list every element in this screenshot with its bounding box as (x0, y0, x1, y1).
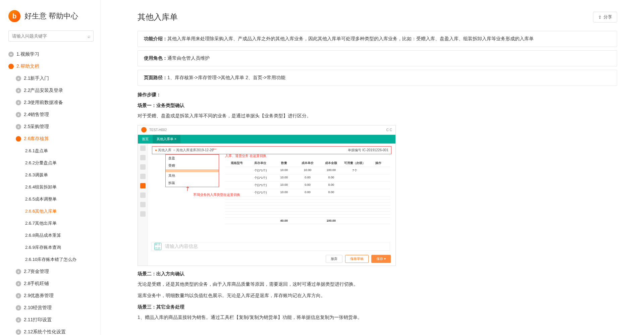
nav-label: 2.7资金管理 (24, 269, 49, 275)
nav-label: 2.8手机旺铺 (24, 281, 49, 287)
rail-icon (140, 174, 146, 179)
nav-2-6-7[interactable]: 2.6.7其他出库单 (8, 217, 94, 229)
search-box: ⌕ (8, 31, 94, 42)
logo: b 好生意 帮助中心 (8, 10, 94, 22)
grid-row (225, 197, 390, 200)
nav-video[interactable]: +1.视频学习 (8, 48, 94, 60)
dd-opt: 盘盈 (166, 155, 219, 162)
ss-docno-label: 单据编号 (348, 148, 361, 152)
nav-tree: +1.视频学习 –2.帮助文档 +2.1新手入门 +2.2产品安装及登录 +2.… (8, 48, 94, 335)
grid-row (225, 215, 390, 218)
share-label: 分享 (603, 14, 612, 20)
col: 规格型号 (225, 160, 249, 167)
nav-2-6-1[interactable]: 2.6.1盘点单 (8, 145, 94, 157)
nav-2-6-6[interactable]: 2.6.6其他入库单 (8, 205, 94, 217)
grid-header: 规格型号 库存单位 数量 成本单价 成本金额 可用量（勿填） 操作 (225, 160, 390, 167)
ss-annotation-1: 入库、退货业务 在这里切换 (225, 154, 266, 158)
ss-tab-home: 首页 (138, 135, 153, 144)
nav-2-5[interactable]: +2.5采购管理 (8, 121, 94, 133)
plus-icon: + (8, 52, 14, 57)
nav-label: 2.6.1盘点单 (25, 148, 48, 154)
nav-2-6-9[interactable]: 2.6.9库存账本查询 (8, 241, 94, 254)
ss-docno: IC-20191226-001 (362, 148, 388, 152)
nav-2-12[interactable]: +2.12系统个性化设置 (8, 326, 94, 335)
ss-biztype-dropdown: 盘盈 受赠 其他 拆装 (165, 154, 219, 187)
ss-radio-return: 其他入库退库 (176, 148, 196, 152)
nav-label: 2.6.4组装拆卸单 (25, 184, 57, 190)
ss-appbar: TEST-H002 C C (138, 125, 395, 135)
main-content: 其他入库单 ⇪ 分享 功能介绍：其他入库单用来处理除采购入库、产成品入库之外的其… (101, 0, 637, 335)
plus-icon: + (16, 88, 21, 93)
plus-icon: + (16, 329, 21, 335)
dd-opt: 拆装 (166, 179, 219, 187)
col: 成本单价 (296, 160, 319, 167)
nav-2-1[interactable]: +2.1新手入门 (8, 72, 94, 85)
ss-discard-button: 放弃 (326, 255, 342, 263)
nav-label: 2.6.2分量盘点单 (25, 160, 57, 166)
ss-draft-button: 保存草稿 (345, 255, 369, 263)
plus-icon: + (16, 112, 21, 117)
nav-2-6[interactable]: –2.6库存核算 (8, 133, 94, 145)
nav-2-6-8[interactable]: 2.6.8商品成本重算 (8, 229, 94, 241)
ss-radio-in: 其他入库 (158, 148, 171, 152)
search-icon[interactable]: ⌕ (88, 34, 90, 39)
scene1-title: 场景一：业务类型确认 (138, 103, 617, 109)
logo-text: 好生意 帮助中心 (24, 11, 78, 21)
plus-icon: + (16, 281, 21, 286)
nav-label: 2.2产品安装及登录 (24, 88, 63, 94)
sidebar: b 好生意 帮助中心 ⌕ +1.视频学习 –2.帮助文档 +2.1新手入门 +2… (0, 0, 101, 335)
path-box: 页面路径：1、库存核算->库存管理->其他入库单 2、首页->常用功能 (138, 70, 617, 86)
ss-user: C C (386, 128, 392, 132)
nav-label: 2.10经营管理 (24, 305, 52, 311)
nav-2-7[interactable]: +2.7资金管理 (8, 266, 94, 278)
nav-2-8[interactable]: +2.8手机旺铺 (8, 278, 94, 290)
nav-2-6-10[interactable]: 2.6.10库存账本错了怎么办 (8, 254, 94, 266)
share-icon: ⇪ (598, 15, 602, 20)
grid-row (225, 200, 390, 203)
nav-2-2[interactable]: +2.2产品安装及登录 (8, 85, 94, 97)
nav-label: 2.6.10库存账本错了怎么办 (25, 257, 76, 263)
intro-label: 功能介绍： (144, 36, 167, 41)
nav-label: 2.6.9库存账本查询 (25, 244, 61, 250)
rail-icon (140, 146, 146, 151)
embedded-screenshot: TEST-H002 C C 首页 其他入库单 × ● 其他入库 ○ (138, 125, 396, 266)
minus-icon: – (8, 64, 14, 69)
nav-label: 2.6库存核算 (24, 136, 49, 142)
role-text: 通常由仓管人员维护 (167, 55, 210, 61)
nav-2-6-3[interactable]: 2.6.3调拨单 (8, 169, 94, 181)
col: 库存单位 (249, 160, 272, 167)
nav-label: 2.6.6其他入库单 (25, 208, 57, 214)
nav-2-6-2[interactable]: 2.6.2分量盘点单 (8, 157, 94, 169)
steps-title: 操作步骤： (138, 92, 617, 98)
ss-type-row: ● 其他入库 ○ 其他入库退库 2019-12-26 单据编号 IC-20191… (152, 146, 391, 154)
rail-icon (140, 202, 146, 207)
nav-2-10[interactable]: +2.10经营管理 (8, 302, 94, 314)
nav-2-4[interactable]: +2.4销售管理 (8, 109, 94, 121)
nav-2-6-4[interactable]: 2.6.4组装拆卸单 (8, 181, 94, 193)
nav-2-11[interactable]: +2.11打印设置 (8, 314, 94, 326)
nav-2-9[interactable]: +2.9优惠券管理 (8, 290, 94, 302)
memo-icon: 备注信息 (154, 243, 162, 250)
scene2-text1: 无论是受赠，还是其他类型的业务，由于入库商品质量等原因，需要退回，这时可通过单据… (138, 280, 617, 288)
share-button[interactable]: ⇪ 分享 (593, 12, 617, 22)
grid-row (225, 203, 390, 206)
col: 数量 (272, 160, 296, 167)
scene2-title: 场景二：出入方向确认 (138, 271, 617, 277)
grid-row (225, 209, 390, 212)
ss-tab-doc: 其他入库单 × (153, 135, 180, 144)
role-box: 使用角色：通常由仓管人员维护 (138, 50, 617, 66)
col: 成本金额 (319, 160, 343, 167)
grid-row: 个(1*1个)10.000.000.00 (225, 174, 390, 182)
page-title: 其他入库单 (138, 12, 178, 22)
nav-2-3[interactable]: +2.3使用前数据准备 (8, 97, 94, 109)
grid-row: 个(1*1个)10.0010.00100.007个 (225, 167, 390, 174)
plus-icon: + (16, 76, 21, 81)
grid-row: 个(1*1个)10.000.000.00 (225, 189, 390, 197)
plus-icon: + (16, 100, 21, 105)
scene3-text1: 1、赠品入库的商品直接转为销售。通过工具栏【复制/复制为销货单】功能，将单据信息… (138, 314, 617, 322)
ss-logo-icon (141, 127, 147, 132)
nav-2-6-5[interactable]: 2.6.5成本调整单 (8, 193, 94, 205)
rail-icon (140, 192, 146, 198)
search-input[interactable] (8, 31, 94, 42)
nav-help-docs[interactable]: –2.帮助文档 (8, 60, 94, 72)
